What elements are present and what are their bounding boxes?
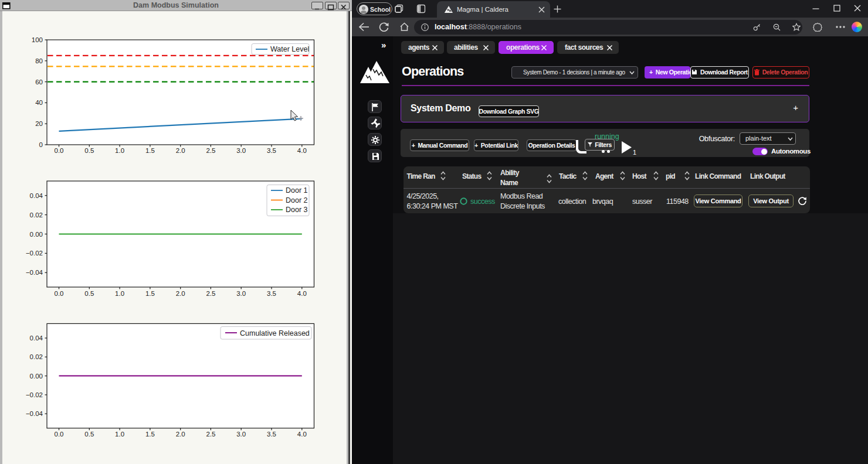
svg-text:4.0: 4.0	[297, 147, 307, 154]
svg-text:1.0: 1.0	[115, 147, 124, 154]
svg-text:2.5: 2.5	[206, 431, 215, 438]
svg-text:−0.04: −0.04	[26, 410, 43, 417]
svg-text:0.00: 0.00	[30, 373, 43, 380]
svg-text:4.0: 4.0	[297, 431, 307, 438]
svg-text:4.0: 4.0	[297, 290, 307, 297]
svg-text:−0.02: −0.02	[26, 250, 43, 257]
svg-text:100: 100	[32, 36, 43, 43]
svg-text:0.5: 0.5	[84, 290, 94, 297]
svg-text:−0.02: −0.02	[26, 391, 43, 398]
svg-text:3.0: 3.0	[236, 147, 246, 154]
svg-text:40: 40	[35, 99, 43, 106]
svg-text:2.5: 2.5	[206, 147, 215, 154]
svg-text:2.0: 2.0	[176, 147, 185, 154]
svg-text:−0.04: −0.04	[26, 269, 43, 276]
svg-text:0.02: 0.02	[30, 211, 43, 219]
svg-text:0.0: 0.0	[55, 290, 64, 297]
svg-text:60: 60	[35, 79, 43, 86]
svg-text:0: 0	[39, 141, 43, 148]
svg-text:Cumulative Released: Cumulative Released	[240, 329, 310, 337]
svg-text:1.0: 1.0	[115, 290, 124, 297]
svg-text:1.5: 1.5	[145, 290, 155, 297]
svg-text:80: 80	[35, 57, 43, 64]
svg-text:1.0: 1.0	[115, 431, 124, 438]
svg-text:Door 2: Door 2	[286, 196, 308, 204]
svg-text:Water Level: Water Level	[270, 45, 309, 53]
svg-text:0.02: 0.02	[30, 353, 43, 360]
svg-text:3.5: 3.5	[267, 290, 276, 297]
svg-text:0.04: 0.04	[30, 335, 43, 342]
svg-text:3.5: 3.5	[267, 147, 276, 154]
svg-text:0.5: 0.5	[84, 147, 94, 154]
svg-text:2.0: 2.0	[176, 431, 185, 438]
svg-text:20: 20	[35, 120, 43, 127]
svg-text:Door 3: Door 3	[286, 206, 308, 214]
svg-text:3.5: 3.5	[267, 431, 276, 438]
svg-text:0.00: 0.00	[30, 231, 43, 238]
svg-text:0.0: 0.0	[55, 147, 64, 154]
svg-text:3.0: 3.0	[236, 290, 246, 297]
svg-text:2.0: 2.0	[176, 290, 185, 297]
svg-text:3.0: 3.0	[236, 431, 246, 438]
svg-text:0.5: 0.5	[84, 431, 94, 438]
svg-text:2.5: 2.5	[206, 290, 215, 297]
svg-text:0.0: 0.0	[55, 431, 64, 438]
svg-text:1.5: 1.5	[145, 147, 155, 154]
svg-text:0.04: 0.04	[30, 192, 43, 199]
svg-text:1.5: 1.5	[145, 431, 155, 438]
svg-text:Door 1: Door 1	[286, 186, 308, 195]
